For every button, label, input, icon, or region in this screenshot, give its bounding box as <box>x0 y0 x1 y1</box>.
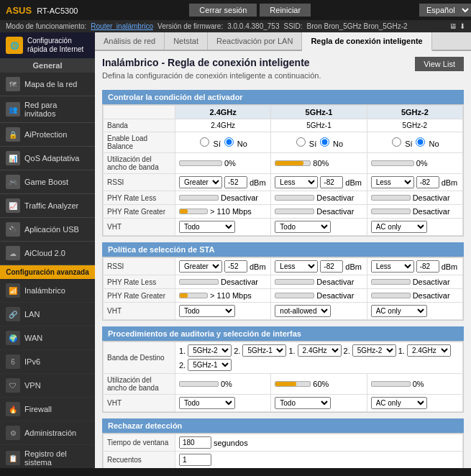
slider-5g2[interactable] <box>371 160 414 166</box>
sidebar-item-inalambrico[interactable]: 📶 Inalámbrico <box>0 279 95 303</box>
tiempo-ventana-cell[interactable]: segundos <box>175 434 463 452</box>
tab-netstat[interactable]: Netstat <box>165 32 208 50</box>
rssi-5g2-input[interactable] <box>416 176 439 188</box>
s2-phy-less-5g2-slider[interactable] <box>371 279 411 285</box>
s2-phy-less-24-slider[interactable] <box>179 279 219 285</box>
router-link[interactable]: Router_inalámbrico <box>91 22 153 30</box>
sidebar-item-vpn[interactable]: 🛡 VPN <box>0 374 95 398</box>
sidebar-item-wan[interactable]: 🌍 WAN <box>0 326 95 350</box>
s2-rssi-5g2-input[interactable] <box>416 260 439 273</box>
s2-vht-5g2[interactable]: AC onlyTodonot-allowed <box>367 303 462 320</box>
recuentos-cell[interactable] <box>175 452 463 469</box>
rssi-5g1-select[interactable]: LessGreater <box>275 176 318 188</box>
load-balance-5g2[interactable]: Sí No <box>367 132 462 153</box>
sidebar-item-ipv6[interactable]: 6️ IPv6 <box>0 350 95 374</box>
s3-slider-5g1[interactable] <box>275 381 311 387</box>
load-balance-5g1[interactable]: Sí No <box>271 132 367 153</box>
s2-vht-24[interactable]: TodoAC onlynot-allowed <box>175 303 271 320</box>
s2-vht-5g1-select[interactable]: not-allowedTodoAC only <box>275 305 331 317</box>
s3-vht-5g2-select[interactable]: AC onlyTodonot-allowed <box>371 397 427 409</box>
rssi-5g2: LessGreater dBm <box>367 174 462 191</box>
sidebar-item-qos[interactable]: 📊 QoS Adaptativa <box>0 147 95 170</box>
vht-5g1-select[interactable]: TodoAC onlynot-allowed <box>275 221 331 233</box>
tab-regla[interactable]: Regla de conexión inteligente <box>302 32 431 51</box>
s3-slider-5g2[interactable] <box>371 381 411 387</box>
s2-rssi-5g1-input[interactable] <box>320 260 343 273</box>
sidebar-item-registro[interactable]: 📋 Registro del sistema <box>0 445 95 468</box>
vht-24[interactable]: TodoAC onlynot-allowed <box>175 219 271 236</box>
s2-phy-greater-5g1-slider[interactable] <box>275 293 314 298</box>
sidebar-item-firewall[interactable]: 🔥 Firewall <box>0 398 95 421</box>
lb5g2-no-radio[interactable] <box>416 137 425 147</box>
s3-vht-5g2[interactable]: AC onlyTodonot-allowed <box>367 395 462 412</box>
phy-greater-5g1-slider[interactable] <box>275 209 314 214</box>
tab-analisis[interactable]: Análisis de red <box>95 32 165 50</box>
phy-less-5g2-slider[interactable] <box>371 195 411 201</box>
vht-5g2-select[interactable]: AC onlyTodonot-allowed <box>371 221 427 233</box>
lb5g2-si-radio[interactable] <box>392 137 401 147</box>
download-icon[interactable]: ⬇ <box>459 22 465 30</box>
phy-less-5g1-slider[interactable] <box>275 195 314 201</box>
s3-vht-24[interactable]: TodoAC onlynot-allowed <box>175 395 271 412</box>
view-list-button[interactable]: View List <box>415 57 464 71</box>
s3-slider-24[interactable] <box>179 381 219 387</box>
rssi-24-select[interactable]: GreaterLess <box>179 176 222 188</box>
vht-5g1[interactable]: TodoAC onlynot-allowed <box>271 219 367 236</box>
s2-vht-5g1[interactable]: not-allowedTodoAC only <box>271 303 367 320</box>
bd-2-select[interactable]: 5GHz-15GHz-22.4GHz <box>242 344 286 357</box>
s2-vht-5g2-select[interactable]: AC onlyTodonot-allowed <box>371 305 427 317</box>
sidebar-item-mapa-red[interactable]: 🗺 Mapa de la red <box>0 73 95 96</box>
sidebar-item-lan[interactable]: 🔗 LAN <box>0 303 95 326</box>
phy-greater-24-slider[interactable] <box>179 209 208 214</box>
load-balance-24[interactable]: Sí No <box>175 132 271 153</box>
language-select[interactable]: Español English <box>419 4 471 17</box>
s3-vht-5g1-select[interactable]: TodoAC onlynot-allowed <box>275 397 331 409</box>
lb5g1-si-radio[interactable] <box>296 137 306 147</box>
s2-rssi-24-input[interactable] <box>224 260 247 273</box>
sidebar-item-administracion[interactable]: ⚙ Administración <box>0 421 95 445</box>
rssi-5g2-select[interactable]: LessGreater <box>371 176 414 188</box>
monitor-icon[interactable]: 🖥 <box>449 22 457 30</box>
bd-1-select[interactable]: 5GHz-25GHz-12.4GHz <box>188 344 232 357</box>
bd-6-select[interactable]: 5GHz-15GHz-22.4GHz <box>188 359 232 371</box>
tiempo-ventana-input[interactable] <box>179 436 211 449</box>
slider-24[interactable] <box>179 160 222 166</box>
s2-phy-greater-5g2-slider[interactable] <box>371 293 411 298</box>
tab-reactivacion[interactable]: Reactivación por LAN <box>208 32 302 50</box>
sidebar-item-app-usb[interactable]: 🔌 Aplicación USB <box>0 218 95 242</box>
sidebar-item-traffic-analyzer[interactable]: 📈 Traffic Analyzer <box>0 194 95 218</box>
restart-button[interactable]: Reiniciar <box>260 4 311 17</box>
bd-5-select[interactable]: 2.4GHz5GHz-15GHz-2 <box>407 344 451 357</box>
s2-rssi-5g2-select[interactable]: LessGreater <box>371 260 414 273</box>
lb24-si-radio[interactable] <box>200 137 209 147</box>
s2-vht-24-select[interactable]: TodoAC onlynot-allowed <box>179 305 235 317</box>
s3-vht-5g1[interactable]: TodoAC onlynot-allowed <box>271 395 367 412</box>
lb5g1-no-radio[interactable] <box>320 137 329 147</box>
banda-destino-values[interactable]: 1. 5GHz-25GHz-12.4GHz 2. 5GHz-15GHz-22.4… <box>175 342 463 374</box>
sidebar-quick-internet[interactable]: 🌐 Configuración rápida de Internet <box>0 32 95 58</box>
phy-less-24-slider[interactable] <box>179 195 219 201</box>
phy-greater-5g2: Desactivar <box>367 205 462 219</box>
vht-24-select[interactable]: TodoAC onlynot-allowed <box>179 221 235 233</box>
rssi-24-input[interactable] <box>224 176 247 188</box>
sidebar-item-red-invitados[interactable]: 👥 Red para invitados <box>0 96 95 123</box>
slider-5g1[interactable] <box>275 160 311 166</box>
logout-button[interactable]: Cerrar sesión <box>189 4 257 17</box>
sidebar-item-aicloud[interactable]: ☁ AiCloud 2.0 <box>0 242 95 265</box>
phy-greater-5g2-slider[interactable] <box>371 209 411 214</box>
bd-4-select[interactable]: 5GHz-25GHz-12.4GHz <box>352 344 396 357</box>
s2-rssi-5g1-select[interactable]: LessGreater <box>275 260 318 273</box>
vht-5g2[interactable]: AC onlyTodonot-allowed <box>367 219 462 236</box>
s2-phy-greater-label: PHY Rate Greater <box>104 289 175 303</box>
bd-3-select[interactable]: 2.4GHz5GHz-15GHz-2 <box>298 344 342 357</box>
s2-phy-greater-24-slider[interactable] <box>179 293 208 298</box>
s3-vht-24-select[interactable]: TodoAC onlynot-allowed <box>179 397 235 409</box>
quick-internet-icon: 🌐 <box>6 37 23 54</box>
rssi-5g1-input[interactable] <box>320 176 343 188</box>
lb24-no-radio[interactable] <box>224 137 234 147</box>
s2-phy-less-5g1-slider[interactable] <box>275 279 314 285</box>
sidebar-item-aiprotection[interactable]: 🔒 AiProtection <box>0 123 95 147</box>
recuentos-input[interactable] <box>179 454 211 466</box>
sidebar-item-game-boost[interactable]: 🎮 Game Boost <box>0 170 95 194</box>
s2-rssi-24-select[interactable]: GreaterLess <box>179 260 222 273</box>
